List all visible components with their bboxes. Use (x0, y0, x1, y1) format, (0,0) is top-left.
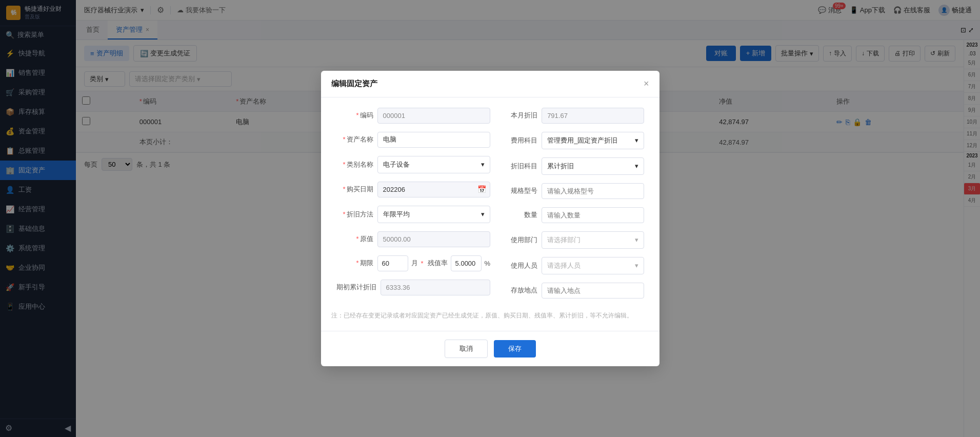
asset-name-label: *资产名称 (336, 135, 373, 144)
original-value-label: *原值 (336, 234, 373, 244)
period-unit: 月 (411, 259, 418, 268)
code-label: *编码 (336, 111, 373, 120)
form-row-dept: 使用部门 请选择部门 ▾ (501, 231, 644, 249)
form-row-monthly-depr: 本月折旧 (501, 108, 644, 124)
modal-title: 编辑固定资产 (331, 79, 377, 89)
form-row-quantity: 数量 (501, 207, 644, 223)
save-button[interactable]: 保存 (494, 340, 536, 357)
quantity-label: 数量 (501, 210, 537, 220)
residual-unit: % (485, 260, 491, 267)
residual-rate-label: 残值率 (428, 259, 448, 268)
purchase-date-label: *购买日期 (336, 185, 373, 194)
form-row-asset-name: *资产名称 (336, 132, 491, 148)
location-input[interactable] (542, 283, 644, 299)
form-row-location: 存放地点 (501, 283, 644, 299)
modal-footer: 取消 保存 (321, 331, 659, 366)
form-row-purchase-date: *购买日期 📅 (336, 182, 491, 197)
spec-label: 规格型号 (501, 186, 537, 195)
monthly-depr-label: 本月折旧 (501, 111, 537, 120)
expense-account-value: 管理费用_固定资产折旧 (547, 136, 617, 145)
expense-account-label: 费用科目 (501, 136, 537, 145)
user-select[interactable]: 请选择人员 ▾ (542, 257, 644, 274)
edit-asset-modal: 编辑固定资产 × *编码 *资产名称 (321, 71, 659, 366)
form-row-expense-account: 费用科目 管理费用_固定资产折旧 ▾ (501, 132, 644, 149)
dept-select[interactable]: 请选择部门 ▾ (542, 231, 644, 249)
purchase-date-wrap: 📅 (377, 182, 491, 197)
modal-overlay: 编辑固定资产 × *编码 *资产名称 (0, 0, 980, 437)
depr-method-value: 年限平均 (383, 210, 410, 219)
dept-placeholder: 请选择部门 (547, 235, 581, 245)
initial-depr-input[interactable] (381, 280, 491, 295)
form-row-user: 使用人员 请选择人员 ▾ (501, 257, 644, 274)
form-row-category: *类别名称 电子设备 ▾ (336, 156, 491, 173)
depr-account-label: 折旧科目 (501, 162, 537, 171)
monthly-depr-input (542, 108, 644, 124)
category-select[interactable]: 电子设备 ▾ (377, 156, 491, 173)
code-input[interactable] (377, 108, 491, 124)
form-row-depr-account: 折旧科目 累计折旧 ▾ (501, 157, 644, 175)
user-chevron: ▾ (635, 262, 638, 269)
expense-account-select[interactable]: 管理费用_固定资产折旧 ▾ (542, 132, 644, 149)
depr-account-value: 累计折旧 (547, 162, 574, 171)
depr-method-select[interactable]: 年限平均 ▾ (377, 206, 491, 223)
depr-method-chevron: ▾ (481, 210, 485, 218)
residual-input[interactable] (451, 255, 482, 271)
category-label: *类别名称 (336, 160, 373, 169)
period-input[interactable] (377, 255, 408, 271)
dept-label: 使用部门 (501, 235, 537, 245)
expense-account-chevron: ▾ (635, 136, 638, 144)
form-note: 注：已经存在变更记录或者对应固定资产已经生成凭证，原值、购买日期、残值率、累计折… (331, 307, 649, 321)
period-inline: 月 * 残值率 % (377, 255, 491, 271)
spec-input[interactable] (542, 183, 644, 199)
form-row-original-value: *原值 (336, 231, 491, 247)
asset-name-input[interactable] (377, 132, 491, 148)
initial-depr-label: 期初累计折旧 (336, 283, 376, 292)
form-row-initial-depr: 期初累计折旧 (336, 280, 491, 295)
form-left-col: *编码 *资产名称 *类别名称 (331, 108, 496, 307)
form-right-col: 本月折旧 费用科目 管理费用_固定资产折旧 ▾ 折旧科目 (495, 108, 649, 307)
modal-header: 编辑固定资产 × (321, 71, 659, 97)
form-row-spec: 规格型号 (501, 183, 644, 199)
category-select-chevron: ▾ (481, 161, 485, 168)
dept-chevron: ▾ (635, 236, 638, 244)
period-label: *期限 (336, 259, 373, 268)
modal-body: *编码 *资产名称 *类别名称 (321, 97, 659, 331)
user-label: 使用人员 (501, 261, 537, 270)
form-row-depr-method: *折旧方法 年限平均 ▾ (336, 206, 491, 223)
original-value-input[interactable] (377, 231, 491, 247)
form-grid: *编码 *资产名称 *类别名称 (331, 108, 649, 307)
calendar-icon[interactable]: 📅 (477, 185, 486, 193)
user-placeholder: 请选择人员 (547, 261, 581, 270)
form-row-period: *期限 月 * 残值率 % (336, 255, 491, 271)
depr-account-chevron: ▾ (635, 162, 638, 170)
purchase-date-input[interactable] (377, 182, 491, 197)
quantity-input[interactable] (542, 207, 644, 223)
depr-method-label: *折旧方法 (336, 210, 373, 219)
cancel-button[interactable]: 取消 (445, 340, 488, 358)
category-select-value: 电子设备 (383, 160, 410, 169)
modal-close-button[interactable]: × (644, 79, 649, 88)
form-row-code: *编码 (336, 108, 491, 124)
depr-account-select[interactable]: 累计折旧 ▾ (542, 157, 644, 175)
location-label: 存放地点 (501, 286, 537, 295)
